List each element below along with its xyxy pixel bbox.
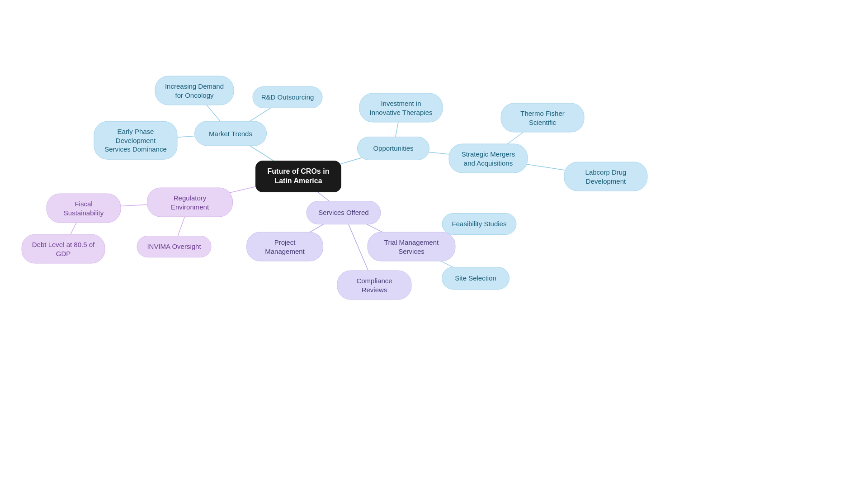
rd_outsourcing-node[interactable]: R&D Outsourcing: [253, 86, 323, 108]
site_selection-node[interactable]: Site Selection: [442, 267, 509, 290]
strategic_mergers-node[interactable]: Strategic Mergers and Acquisitions: [449, 144, 528, 173]
mindmap-container: Future of CROs in Latin America Market T…: [0, 0, 868, 490]
increasing_demand-node[interactable]: Increasing Demand for Oncology: [155, 76, 234, 105]
debt_level-node[interactable]: Debt Level at 80.5 of GDP: [22, 234, 105, 264]
trial_management-node[interactable]: Trial Management Services: [368, 232, 456, 262]
market_trends-node[interactable]: Market Trends: [194, 121, 267, 146]
feasibility_studies-node[interactable]: Feasibility Studies: [442, 213, 517, 235]
project_management-node[interactable]: Project Management: [246, 232, 323, 262]
regulatory-node[interactable]: Regulatory Environment: [147, 188, 233, 217]
fiscal-node[interactable]: Fiscal Sustainability: [47, 194, 121, 223]
early_phase-node[interactable]: Early Phase Development Services Dominan…: [94, 121, 178, 160]
thermo_fisher-node[interactable]: Thermo Fisher Scientific: [501, 103, 585, 133]
investment-node[interactable]: Investment in Innovative Therapies: [359, 93, 443, 123]
invima-node[interactable]: INVIMA Oversight: [137, 236, 212, 257]
services_offered-node[interactable]: Services Offered: [307, 201, 381, 224]
opportunities-node[interactable]: Opportunities: [357, 137, 429, 160]
compliance_reviews-node[interactable]: Compliance Reviews: [337, 271, 412, 300]
labcorp-node[interactable]: Labcorp Drug Development: [564, 162, 648, 191]
center-node[interactable]: Future of CROs in Latin America: [255, 161, 341, 192]
